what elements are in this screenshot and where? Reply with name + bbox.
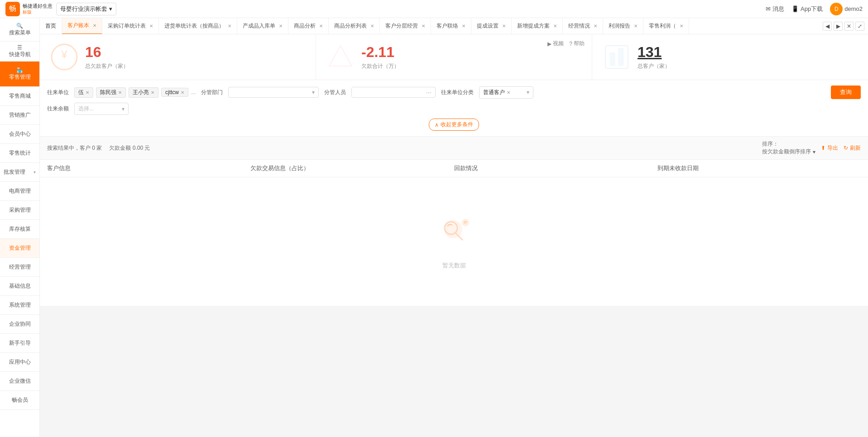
close-tab-icon[interactable]: ✕ <box>93 23 96 28</box>
help-button[interactable]: ? 帮助 <box>569 40 585 48</box>
close-tab-icon[interactable]: ✕ <box>422 24 425 28</box>
table-body: 暂无数据 <box>40 177 868 306</box>
filter-area: 往来单位 伍 ✕ 陈民强 ✕ 王小亮 ✕ <box>40 80 868 137</box>
tab-product-analysis[interactable]: 商品分析 ✕ <box>288 18 329 34</box>
person-filter-input[interactable]: ··· <box>351 87 436 98</box>
nav-icon: ☰ <box>17 44 22 51</box>
unit-classify-tag-normal[interactable]: 普通客户 ✕ <box>483 89 510 96</box>
stat-top-right-buttons: ▶ 视频 ? 帮助 <box>547 40 585 48</box>
close-tab-icon[interactable]: ✕ <box>553 24 557 28</box>
sidebar-item-app-center[interactable]: 应用中心 <box>0 353 39 372</box>
unit-tag-wu[interactable]: 伍 ✕ <box>74 87 93 98</box>
sidebar-item-marketing[interactable]: 营销推广 <box>0 106 39 125</box>
message-icon: ✉ <box>766 5 771 12</box>
stat-info-debit-total: -2.11 欠款合计（万） <box>361 44 581 70</box>
sidebar-item-enterprise-collab[interactable]: 企业协同 <box>0 315 39 334</box>
person-input-dots[interactable]: ··· <box>426 89 432 96</box>
tab-close-all[interactable]: ✕ <box>844 22 854 31</box>
close-tab-icon[interactable]: ✕ <box>370 24 374 28</box>
tab-commission-setting[interactable]: 提成设置 ✕ <box>471 18 512 34</box>
sidebar: 🔍 搜索菜单 ☰ 快捷导航 🏪 零售管理 零售商城 营销推广 会员中心 零售统计… <box>0 18 40 437</box>
unit-filter-label: 往来单位 <box>47 89 69 96</box>
sidebar-item-inventory[interactable]: 库存核算 <box>0 220 39 239</box>
sidebar-item-finance[interactable]: 资金管理 <box>0 239 39 258</box>
tab-add-commission[interactable]: 新增提成方案 ✕ <box>512 18 563 34</box>
remove-classify-tag[interactable]: ✕ <box>507 90 510 95</box>
app-download-button[interactable]: 📱 App下载 <box>791 5 823 13</box>
tab-left-arrow[interactable]: ◀ <box>823 22 832 31</box>
sidebar-search[interactable]: 🔍 搜索菜单 <box>0 18 39 42</box>
video-button[interactable]: ▶ 视频 <box>547 40 564 48</box>
sidebar-item-chang-member[interactable]: 畅会员 <box>0 391 39 410</box>
remove-tag-wang[interactable]: ✕ <box>151 90 154 95</box>
org-selector[interactable]: 母婴行业演示帐套 ▾ <box>56 3 116 15</box>
close-tab-icon[interactable]: ✕ <box>228 24 231 28</box>
tab-right-arrow[interactable]: ▶ <box>834 22 843 31</box>
sidebar-item-enterprise-wechat[interactable]: 企业微信 <box>0 372 39 391</box>
tab-retail-profit[interactable]: 零售利润（ ✕ <box>643 18 689 34</box>
sidebar-item-wholesale[interactable]: 批发管理 ▾ <box>0 163 39 182</box>
close-tab-icon[interactable]: ✕ <box>594 24 597 28</box>
tab-purchase-order-stats[interactable]: 采购订单统计表 ✕ <box>102 18 159 34</box>
close-tab-icon[interactable]: ✕ <box>462 24 465 28</box>
tab-operations[interactable]: 经营情况 ✕ <box>563 18 603 34</box>
tab-product-analysis-list[interactable]: 商品分析列表 ✕ <box>329 18 380 34</box>
dept-filter-select[interactable]: ▾ <box>228 87 319 98</box>
svg-rect-4 <box>610 52 615 66</box>
filter-collapse-row: ∧ 收起更多条件 <box>47 119 861 131</box>
more-tags-button[interactable]: ... <box>191 89 196 95</box>
sidebar-item-retail-mgmt[interactable]: 🏪 零售管理 <box>0 62 39 87</box>
debit-amount-text: 欠款金额 0.00 元 <box>109 144 150 152</box>
balance-filter-select[interactable]: 选择... ▾ <box>74 103 129 115</box>
unit-tag-cjttcw[interactable]: cjttcw ✕ <box>161 88 188 97</box>
sidebar-item-basic-info[interactable]: 基础信息 <box>0 277 39 296</box>
sidebar-item-system[interactable]: 系统管理 <box>0 296 39 315</box>
query-button[interactable]: 查询 <box>831 86 861 99</box>
svg-text:¥: ¥ <box>61 48 67 61</box>
person-input-field[interactable] <box>355 89 423 95</box>
tab-home[interactable]: 首页 <box>40 18 62 34</box>
messages-button[interactable]: ✉ 消息 <box>766 5 784 13</box>
remove-tag-chen[interactable]: ✕ <box>118 90 122 95</box>
unit-tag-chen[interactable]: 陈民强 ✕ <box>96 87 126 98</box>
sidebar-item-purchase[interactable]: 采购管理 <box>0 201 39 220</box>
tab-customer-ledger[interactable]: 客户账本 ✕ <box>62 18 102 34</box>
col-debit-info: 欠款交易信息（占比） <box>250 164 454 172</box>
unit-tag-wang[interactable]: 王小亮 ✕ <box>129 87 158 98</box>
close-tab-icon[interactable]: ✕ <box>502 24 506 28</box>
tab-customer-contact[interactable]: 客户联络 ✕ <box>431 18 471 34</box>
sidebar-item-retail-mall[interactable]: 零售商城 <box>0 87 39 106</box>
close-tab-icon[interactable]: ✕ <box>680 24 683 28</box>
close-tab-icon[interactable]: ✕ <box>279 24 283 28</box>
export-button[interactable]: ⬆ 导出 <box>821 144 838 152</box>
remove-tag-wu[interactable]: ✕ <box>86 90 89 95</box>
close-tab-icon[interactable]: ✕ <box>319 24 323 28</box>
dept-select-arrow: ▾ <box>312 89 315 95</box>
total-customers-icon <box>603 43 630 71</box>
tab-customer-tier[interactable]: 客户分层经营 ✕ <box>380 18 431 34</box>
stat-card-debit-total: -2.11 欠款合计（万） ▶ 视频 ? 帮助 <box>316 34 592 80</box>
sort-select[interactable]: 按欠款金额倒序排序 ▾ <box>762 148 815 156</box>
filter-row-2: 往来余额 选择... ▾ <box>47 103 861 115</box>
svg-rect-3 <box>605 46 628 68</box>
tab-product-inbound[interactable]: 产成品入库单 ✕ <box>237 18 288 34</box>
sidebar-item-member-center[interactable]: 会员中心 <box>0 125 39 144</box>
collapse-button[interactable]: ∧ 收起更多条件 <box>429 119 479 131</box>
col-due-date: 到期未收款日期 <box>657 164 861 172</box>
close-tab-icon[interactable]: ✕ <box>634 24 638 28</box>
sidebar-item-beginner-guide[interactable]: 新手引导 <box>0 334 39 353</box>
tab-purchase-stats-by-product[interactable]: 进货单统计表（按商品） ✕ <box>159 18 237 34</box>
sidebar-item-operations[interactable]: 经营管理 <box>0 258 39 277</box>
sidebar-item-retail-stats[interactable]: 零售统计 <box>0 144 39 163</box>
refresh-button[interactable]: ↻ 刷新 <box>844 144 861 152</box>
tab-profit-report[interactable]: 利润报告 ✕ <box>603 18 643 34</box>
sidebar-item-ecommerce[interactable]: 电商管理 <box>0 182 39 201</box>
unit-classify-select[interactable]: 普通客户 ✕ ▾ <box>479 86 533 99</box>
remove-tag-cjttcw[interactable]: ✕ <box>181 90 184 95</box>
export-icon: ⬆ <box>821 145 825 151</box>
sidebar-quick-nav[interactable]: ☰ 快捷导航 <box>0 42 39 62</box>
close-tab-icon[interactable]: ✕ <box>149 24 153 28</box>
col-repayment: 回款情况 <box>454 164 657 172</box>
tab-expand[interactable]: ⤢ <box>855 22 864 31</box>
user-menu[interactable]: D demo2 <box>830 3 863 15</box>
